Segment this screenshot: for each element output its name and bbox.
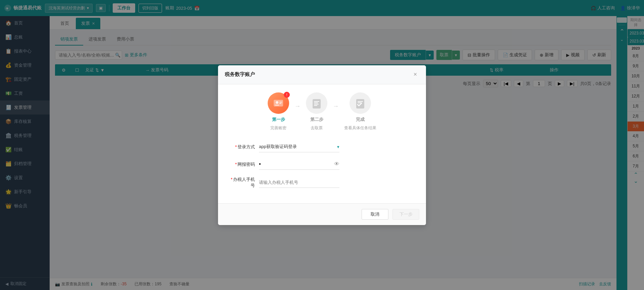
step-arrow-2: → [333, 103, 339, 110]
login-method-value: app获取验证码登录 [259, 144, 297, 150]
modal-title: 税务数字账户 [225, 71, 255, 78]
step-arrow-1: → [294, 103, 301, 110]
dropdown-arrow-icon: ▾ [337, 144, 339, 149]
modal-form: 登录方式 app获取验证码登录 ▾ 网报密码 👁 办税人手机 [229, 142, 415, 189]
cancel-button[interactable]: 取消 [362, 209, 388, 220]
svg-rect-13 [358, 101, 363, 102]
taxpayer-phone-row: 办税人手机号 [229, 176, 415, 189]
svg-rect-8 [314, 101, 319, 102]
step-1-icon-wrap: ! [268, 92, 289, 114]
svg-rect-10 [314, 104, 319, 104]
step-2-label: 第二步 [310, 117, 323, 123]
login-method-select[interactable]: app获取验证码登录 ▾ [259, 142, 339, 152]
svg-point-3 [276, 101, 278, 104]
svg-rect-12 [356, 99, 364, 108]
svg-rect-14 [358, 102, 362, 103]
tax-digital-account-modal: 税务数字账户 × [218, 65, 426, 225]
svg-rect-9 [314, 102, 318, 103]
svg-rect-5 [279, 102, 282, 102]
step-2-icon-wrap [306, 92, 327, 114]
step-2-icon [311, 97, 323, 109]
steps-indicator: ! 第一步 完善账密 → [229, 92, 415, 131]
taxpayer-phone-label: 办税人手机号 [229, 176, 259, 189]
step-1-label: 第一步 [272, 117, 285, 123]
step-1-icon [272, 97, 284, 109]
step-3: 完成 查看具体任务结果 [344, 92, 376, 131]
modal-close-button[interactable]: × [411, 71, 419, 79]
taxpayer-phone-input[interactable] [259, 180, 339, 185]
taxpayer-phone-field [259, 177, 339, 188]
svg-rect-6 [279, 103, 281, 104]
svg-rect-4 [275, 105, 279, 105]
svg-rect-11 [314, 105, 317, 106]
next-button[interactable]: 下一步 [392, 209, 419, 220]
step-1-desc: 完善账密 [270, 125, 286, 131]
modal-footer: 取消 下一步 [218, 203, 426, 225]
net-password-label: 网报密码 [229, 161, 259, 167]
net-password-field: 👁 [259, 159, 339, 170]
step-3-label: 完成 [356, 117, 365, 123]
net-password-row: 网报密码 👁 [229, 159, 415, 170]
step-3-icon-wrap [350, 92, 371, 114]
login-method-label: 登录方式 [229, 144, 259, 150]
step-1: ! 第一步 完善账密 [268, 92, 289, 131]
step-3-icon [354, 97, 366, 109]
modal-overlay: 税务数字账户 × [0, 0, 644, 290]
login-method-row: 登录方式 app获取验证码登录 ▾ [229, 142, 415, 152]
modal-body: ! 第一步 完善账密 → [218, 84, 426, 203]
modal-header: 税务数字账户 × [218, 65, 426, 84]
step-2: 第二步 去取票 [306, 92, 327, 131]
step-3-desc: 查看具体任务结果 [344, 125, 376, 131]
step-1-badge: ! [284, 92, 290, 98]
eye-icon[interactable]: 👁 [334, 161, 339, 167]
net-password-input[interactable] [259, 161, 334, 167]
step-2-desc: 去取票 [311, 125, 323, 131]
